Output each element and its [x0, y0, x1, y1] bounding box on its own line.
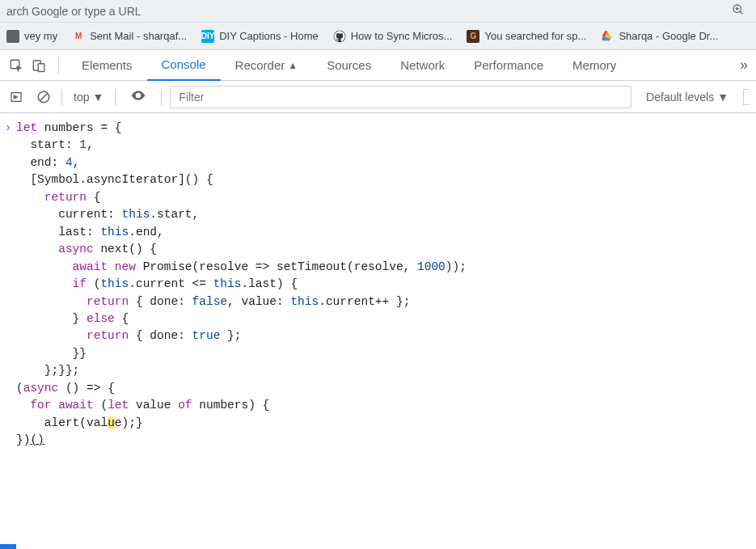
bookmark-item[interactable]: DIYDIY Captions - Home: [201, 30, 319, 43]
device-toggle-icon[interactable]: [27, 54, 50, 77]
tab-sources[interactable]: Sources: [312, 50, 386, 81]
console-toolbar: top ▼ Default levels ▼: [0, 81, 756, 113]
address-input[interactable]: arch Google or type a URL: [6, 5, 732, 18]
inspect-icon[interactable]: [5, 54, 27, 77]
context-selector[interactable]: top ▼: [70, 91, 107, 103]
bookmark-label: You searched for sp...: [484, 30, 586, 42]
bookmark-item[interactable]: MSent Mail - sharqaf...: [72, 30, 187, 43]
divider: [115, 89, 116, 105]
tab-console[interactable]: Console: [147, 50, 221, 81]
bookmark-label: How to Sync Micros...: [351, 30, 453, 42]
svg-line-1: [740, 11, 742, 14]
bookmark-item[interactable]: How to Sync Micros...: [333, 30, 453, 43]
bookmark-label: Sent Mail - sharqaf...: [90, 30, 187, 42]
bookmark-label: vey my: [24, 30, 57, 42]
clear-console-icon[interactable]: [34, 87, 53, 107]
settings-edge: [743, 89, 750, 105]
tab-elements[interactable]: Elements: [67, 50, 147, 81]
tab-recorder[interactable]: Recorder▲: [221, 50, 313, 81]
log-levels-selector[interactable]: Default levels ▼: [640, 91, 735, 103]
bookmarks-bar: vey myMSent Mail - sharqaf...DIYDIY Capt…: [0, 23, 756, 50]
chevron-down-icon: ▼: [717, 91, 729, 103]
code-input[interactable]: let numbers = { start: 1, end: 4, [Symbo…: [16, 120, 467, 450]
devtools-panel: ElementsConsoleRecorder▲SourcesNetworkPe…: [0, 50, 756, 456]
divider: [58, 57, 59, 74]
chevron-down-icon: ▼: [92, 91, 103, 103]
pin-icon: ▲: [288, 60, 298, 71]
console-content[interactable]: ›let numbers = { start: 1, end: 4, [Symb…: [0, 113, 756, 456]
bookmark-item[interactable]: GYou searched for sp...: [467, 30, 586, 43]
tab-network[interactable]: Network: [386, 50, 459, 81]
devtools-tabs: ElementsConsoleRecorder▲SourcesNetworkPe…: [0, 50, 756, 81]
filter-input[interactable]: [170, 86, 631, 108]
more-tabs-icon[interactable]: »: [732, 57, 756, 74]
bookmark-label: DIY Captions - Home: [219, 30, 319, 42]
address-bar: arch Google or type a URL: [0, 0, 756, 23]
prompt-icon: ›: [0, 120, 16, 137]
svg-marker-9: [14, 95, 17, 99]
bookmark-item[interactable]: vey my: [6, 30, 57, 43]
svg-rect-7: [38, 63, 44, 71]
bookmark-label: Sharqa - Google Dr...: [619, 30, 718, 42]
tab-performance[interactable]: Performance: [459, 50, 558, 81]
live-expression-icon[interactable]: [124, 87, 153, 107]
loading-indicator: [0, 544, 16, 549]
bookmark-item[interactable]: Sharqa - Google Dr...: [601, 30, 718, 43]
sidebar-toggle-icon[interactable]: [6, 87, 26, 107]
divider: [61, 89, 62, 105]
search-zoom-icon[interactable]: [732, 3, 745, 19]
divider: [161, 89, 162, 105]
tab-memory[interactable]: Memory: [558, 50, 631, 81]
svg-line-11: [40, 93, 48, 100]
svg-point-12: [137, 94, 140, 96]
